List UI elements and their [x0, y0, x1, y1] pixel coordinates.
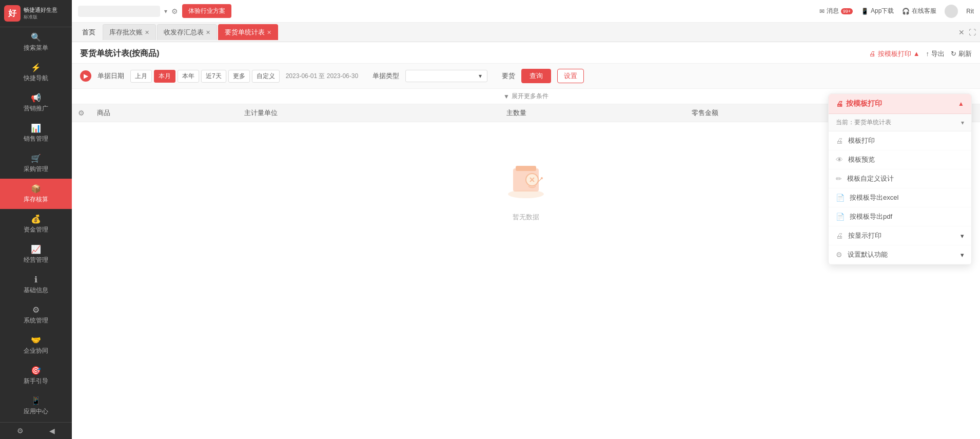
date-btn-last-month[interactable]: 上月	[130, 70, 152, 83]
sidebar-item-purchase-label: 采购管理	[24, 165, 48, 174]
dropdown-collapse-icon[interactable]: ▲	[958, 100, 964, 107]
tabs-bar: 首页 库存批次账 ✕ 收发存汇总表 ✕ 要货单统计表 ✕ ✕ ⛶	[72, 23, 980, 42]
sidebar-item-sales[interactable]: 📊 销售管理	[0, 118, 72, 148]
topbar-search-arrow-icon[interactable]: ▾	[164, 8, 167, 15]
print-btn[interactable]: 🖨 按模板打印 ▲	[869, 49, 920, 59]
guide-icon: 🎯	[31, 366, 41, 375]
sidebar-nav: 🔍 搜索菜单 ⚡ 快捷导航 📢 营销推广 📊 销售管理 🛒 采购管理 📦 库存核…	[0, 27, 72, 422]
trial-btn[interactable]: 体验行业方案	[182, 4, 231, 18]
sidebar-item-system[interactable]: ⚙ 系统管理	[0, 300, 72, 330]
filter-settings-btn[interactable]: 设置	[557, 69, 584, 83]
expand-icon: ▼	[503, 93, 509, 100]
date-btn-this-month[interactable]: 本月	[154, 70, 175, 83]
tab-order-stats-label: 要货单统计表	[225, 28, 265, 37]
dropdown-current-item: 当前：要货单统计表 ▾	[829, 114, 971, 131]
date-btn-7days[interactable]: 近7天	[201, 70, 226, 83]
online-service-item[interactable]: 🎧 在线客服	[902, 7, 936, 15]
app-center-icon: 📱	[31, 396, 41, 406]
sidebar-item-operations[interactable]: 📈 经营管理	[0, 239, 72, 270]
quick-nav-icon: ⚡	[31, 63, 41, 72]
topbar-right: ✉ 消息 99+ 📱 App下载 🎧 在线客服 Rit	[819, 5, 974, 18]
dropdown-item-template-preview[interactable]: 👁 模板预览	[829, 150, 971, 169]
sidebar-item-inventory[interactable]: 📦 库存核算	[0, 179, 72, 209]
display-print-label: 按显示打印	[848, 231, 881, 240]
expand-more-label: 展开更多条件	[512, 92, 548, 101]
date-range-text: 2023-06-01 至 2023-06-30	[286, 72, 358, 81]
sidebar: 好 畅捷通好生意 标准版 🔍 搜索菜单 ⚡ 快捷导航 📢 营销推广 📊 销售管理…	[0, 0, 72, 439]
settings-footer-icon[interactable]: ⚙	[17, 427, 24, 435]
tab-inventory-batch[interactable]: 库存批次账 ✕	[103, 24, 156, 40]
sidebar-item-guide[interactable]: 🎯 新手引导	[0, 360, 72, 391]
dropdown-section-display-print[interactable]: 🖨 按显示打印 ▾	[829, 226, 971, 245]
dropdown-item-template-design-label: 模板自定义设计	[847, 174, 894, 183]
template-print-icon: 🖨	[836, 137, 843, 145]
sidebar-item-system-label: 系统管理	[24, 316, 48, 325]
tab-home[interactable]: 首页	[76, 25, 102, 40]
sidebar-item-operations-label: 经营管理	[24, 256, 48, 264]
topbar-gear-icon[interactable]: ⚙	[171, 7, 178, 15]
search-icon: 🔍	[31, 32, 41, 42]
set-default-icon: ⚙	[836, 251, 842, 259]
filter-toggle-btn[interactable]: ▶	[80, 70, 91, 82]
tab-close-window-icon[interactable]: ✕	[958, 28, 965, 36]
toggle-sidebar-icon[interactable]: ◀	[49, 427, 55, 435]
date-btn-custom[interactable]: 自定义	[252, 70, 280, 83]
sidebar-item-purchase[interactable]: 🛒 采购管理	[0, 148, 72, 179]
dropdown-item-template-design[interactable]: ✏ 模板自定义设计	[829, 169, 971, 188]
query-btn[interactable]: 查询	[521, 69, 551, 83]
sidebar-item-app-center[interactable]: 📱 应用中心	[0, 391, 72, 421]
tab-order-stats[interactable]: 要货单统计表 ✕	[218, 24, 278, 40]
set-default-label: 设置默认功能	[848, 250, 888, 259]
print-icon: 🖨	[869, 50, 876, 58]
dropdown-item-template-print[interactable]: 🖨 模板打印	[829, 131, 971, 150]
sidebar-item-marketing[interactable]: 📢 营销推广	[0, 88, 72, 118]
refresh-btn[interactable]: ↻ 刷新	[951, 49, 972, 59]
sidebar-item-enterprise[interactable]: 🤝 企业协同	[0, 330, 72, 360]
basic-info-icon: ℹ	[34, 275, 37, 284]
logo-icon: 好	[4, 5, 21, 22]
date-filter-label: 单据日期	[97, 71, 124, 81]
tab-inventory-batch-label: 库存批次账	[109, 28, 143, 37]
app-download-item[interactable]: 📱 App下载	[861, 7, 894, 15]
user-avatar[interactable]	[945, 5, 958, 18]
sidebar-item-basic-info[interactable]: ℹ 基础信息	[0, 270, 72, 300]
tab-receipt-summary-close-icon[interactable]: ✕	[206, 29, 210, 36]
app-download-icon: 📱	[861, 8, 869, 15]
sidebar-item-search[interactable]: 🔍 搜索菜单	[0, 27, 72, 58]
dropdown-title: 🖨 按模板打印	[836, 99, 882, 108]
date-btn-this-year[interactable]: 本年	[178, 70, 199, 83]
template-pdf-icon: 📄	[836, 213, 845, 221]
message-item[interactable]: ✉ 消息 99+	[819, 7, 853, 15]
page-title: 要货单统计表(按商品)	[80, 48, 160, 59]
dropdown-item-template-excel[interactable]: 📄 按模板导出excel	[829, 188, 971, 207]
date-btn-more[interactable]: 更多	[228, 70, 250, 83]
main-container: ▾ ⚙ 体验行业方案 ✉ 消息 99+ 📱 App下载 🎧 在线客服 Rit 首…	[72, 0, 980, 439]
sidebar-item-finance[interactable]: 💰 资金管理	[0, 209, 72, 239]
dropdown-section-set-default[interactable]: ⚙ 设置默认功能 ▾	[829, 245, 971, 264]
app-name: 畅捷通好生意	[24, 6, 57, 13]
dropdown-current-arrow-icon: ▾	[961, 119, 964, 126]
dropdown-current-label: 当前：要货单统计表	[836, 118, 891, 127]
type-filter-label: 单据类型	[373, 71, 399, 81]
topbar: ▾ ⚙ 体验行业方案 ✉ 消息 99+ 📱 App下载 🎧 在线客服 Rit	[72, 0, 980, 23]
print-dropdown-menu: 🖨 按模板打印 ▲ 当前：要货单统计表 ▾ 🖨 模板打印 👁 模板预览 ✏ 模板…	[828, 93, 972, 265]
refresh-icon: ↻	[951, 50, 956, 58]
expand-more-btn[interactable]: ▼ 展开更多条件	[503, 92, 548, 101]
tab-receipt-summary[interactable]: 收发存汇总表 ✕	[157, 24, 217, 40]
export-btn[interactable]: ↑ 导出	[926, 49, 945, 59]
message-badge: 99+	[841, 8, 853, 14]
username-label: Rit	[966, 8, 974, 15]
tab-inventory-batch-close-icon[interactable]: ✕	[145, 29, 149, 36]
dropdown-item-template-pdf[interactable]: 📄 按模板导出pdf	[829, 207, 971, 226]
tab-maximize-icon[interactable]: ⛶	[969, 28, 976, 36]
svg-point-7	[541, 177, 543, 179]
sidebar-item-quick-nav[interactable]: ⚡ 快捷导航	[0, 58, 72, 88]
yh-filter-label: 要货	[502, 71, 515, 81]
template-design-icon: ✏	[836, 175, 842, 183]
page-header-actions: 🖨 按模板打印 ▲ ↑ 导出 ↻ 刷新	[869, 49, 972, 59]
export-icon: ↑	[926, 50, 930, 58]
topbar-search-input[interactable]	[78, 6, 160, 17]
type-filter-select[interactable]: ▾	[405, 70, 487, 82]
tab-order-stats-close-icon[interactable]: ✕	[267, 29, 271, 36]
table-col-settings-icon[interactable]: ⚙	[78, 109, 85, 117]
